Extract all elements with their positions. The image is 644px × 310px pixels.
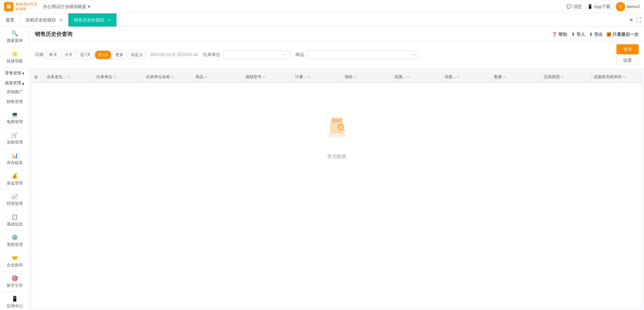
message-icon: 💬 <box>567 4 572 9</box>
partner-label: 往来单位 <box>203 52 220 58</box>
sort-icon-partner-code: ⇅ <box>113 75 116 79</box>
guide-icon: 🎯 <box>11 275 18 281</box>
sidebar-item-search[interactable]: 🔍 搜索菜单 <box>0 27 29 47</box>
sidebar-item-new-guide[interactable]: 🎯 新手引导 <box>0 272 29 292</box>
goods-label: 商品 <box>296 52 304 58</box>
page-header: 销售历史价查询 ❓ 帮助 ⬆ 导入 ⬇ 导出 <box>30 27 644 41</box>
th-discount2[interactable]: 优惠... ⇅ <box>442 71 492 83</box>
th-goods[interactable]: 商品 ⇅ <box>194 71 243 83</box>
sidebar-item-finance[interactable]: 💰 资金管理 <box>0 169 29 190</box>
finance-icon: 💰 <box>11 173 18 179</box>
date-btn-yesterday[interactable]: 昨天 <box>46 51 60 59</box>
enterprise-icon: 🤝 <box>11 255 18 261</box>
th-qty[interactable]: 数量 ⇅ <box>492 71 542 83</box>
message-nav[interactable]: 💬 消息 <box>567 4 582 10</box>
th-unit[interactable]: 计量... ⇅ <box>293 71 342 83</box>
import-button[interactable]: ⬆ 导入 <box>571 32 585 38</box>
top-bar: 畅 畅捷通好生意 标准版 办公用品行业模拟账套 ▾ 💬 消息 📱 App下载 D… <box>0 0 644 13</box>
help-button[interactable]: ❓ 帮助 <box>552 32 567 38</box>
sidebar-item-wholesale[interactable]: 批发管理 ▴ <box>0 78 29 87</box>
tab-home[interactable]: 首页 <box>0 13 20 27</box>
app-download-nav[interactable]: 📱 App下载 <box>587 4 610 10</box>
sort-icon-price: ⇅ <box>354 75 357 79</box>
sidebar-item-marketing[interactable]: 营销推广 <box>0 87 29 97</box>
goods-filter-group: 商品 ··· <box>296 50 419 59</box>
tab-sales[interactable]: 销售历史价跟踪 ✕ <box>68 13 117 27</box>
sidebar-item-enterprise[interactable]: 🤝 企业协同 <box>0 251 29 272</box>
sort-icon-goods: ⇅ <box>205 75 207 79</box>
sidebar-item-basic-info[interactable]: 📋 基础信息 <box>0 210 29 231</box>
th-settings[interactable]: ⚙ <box>32 71 44 83</box>
date-filter-group: 日期 昨天 今天 近7天 近1月 更多 自定义 2023-02-18 至 202… <box>35 51 198 59</box>
user-nav[interactable]: D demo2 <box>616 2 640 11</box>
company-selector[interactable]: 办公用品行业模拟账套 ▾ <box>40 2 93 11</box>
avatar: D <box>616 2 625 11</box>
logo-icon: 畅 <box>4 2 13 11</box>
query-actions: 查询 设置 <box>616 44 639 65</box>
th-biz-date[interactable]: 业务发生... ⇅ <box>44 71 94 83</box>
empty-state: 暂无数据 <box>32 83 641 187</box>
table-settings-icon[interactable]: ⚙ <box>34 75 38 80</box>
page-title-right: ❓ 帮助 ⬆ 导入 ⬇ 导出 只看最后一次 <box>552 32 639 38</box>
sort-icon-pretax-price: ⇅ <box>623 75 626 79</box>
settings-button[interactable]: 设置 <box>616 56 639 65</box>
sort-icon-qty: ⇅ <box>503 75 506 79</box>
goods-dots-icon[interactable]: ··· <box>412 52 416 58</box>
sort-icon-biz-date: ⇅ <box>67 75 70 79</box>
th-pretax-price[interactable]: 优惠前无税单价 ⇅ <box>591 71 641 83</box>
date-btn-1month[interactable]: 近1月 <box>95 51 111 59</box>
tab-purchase[interactable]: 采购历史价跟踪 ✕ <box>20 13 68 27</box>
date-btn-7days[interactable]: 近7天 <box>77 51 94 59</box>
app-icon: 📱 <box>587 4 593 9</box>
sidebar-item-system[interactable]: ⚙️ 系统管理 <box>0 231 29 251</box>
logo-area: 畅 畅捷通好生意 标准版 <box>4 2 38 11</box>
date-btn-custom[interactable]: 自定义 <box>128 51 146 59</box>
date-btn-today[interactable]: 今天 <box>62 51 76 59</box>
th-price[interactable]: 报价 ⇅ <box>343 71 392 83</box>
th-partner-name[interactable]: 往来单位名称 ⇅ <box>144 71 194 83</box>
sidebar-item-app-center[interactable]: 📱 应用中心 <box>0 292 29 310</box>
partner-input-wrapper[interactable]: ··· <box>223 50 290 59</box>
date-range-display: 2023-02-18 至 2023-03-18 <box>150 52 197 58</box>
sort-icon-discount2: ⇅ <box>457 75 460 79</box>
sidebar-item-quick-nav[interactable]: ⭐ 快捷导航 <box>0 47 29 68</box>
th-spec[interactable]: 规格型号 ⇅ <box>243 71 293 83</box>
partner-input[interactable] <box>226 52 281 57</box>
main-layout: 🔍 搜索菜单 ⭐ 快捷导航 零售管理 ▾ 批发管理 ▴ 营销推广 销售管理 💻 … <box>0 27 644 310</box>
tab-maximize-button[interactable]: ⛶ <box>636 17 641 23</box>
chevron-down-icon: ▾ <box>22 71 24 76</box>
sidebar-item-purchase[interactable]: 🛒 采购管理 <box>0 128 29 149</box>
sort-icon-discount1: ⇅ <box>407 75 410 79</box>
sidebar-item-operations[interactable]: 📈 经营管理 <box>0 190 29 210</box>
tab-bar: 首页 采购历史价跟踪 ✕ 销售历史价跟踪 ✕ ✕ ⛶ <box>0 13 644 27</box>
sort-icon-trade-type: ⇅ <box>561 75 564 79</box>
only-last-checkbox-group: 只看最后一次 <box>607 32 639 38</box>
import-icon: ⬆ <box>571 32 575 37</box>
ecommerce-icon: 💻 <box>11 111 18 118</box>
only-last-checkbox[interactable] <box>607 32 611 37</box>
sidebar-item-ecommerce[interactable]: 💻 电商管理 <box>0 108 29 128</box>
partner-dots-icon[interactable]: ··· <box>282 52 287 58</box>
top-bar-right: 💬 消息 📱 App下载 D demo2 <box>567 2 640 11</box>
tab-sales-close[interactable]: ✕ <box>108 18 111 22</box>
table-container: ⚙ 业务发生... ⇅ 往来单位 ⇅ <box>32 71 641 307</box>
th-partner-code[interactable]: 往来单位 ⇅ <box>94 71 144 83</box>
th-trade-type[interactable]: 交易类型 ⇅ <box>542 71 591 83</box>
sidebar-item-inventory[interactable]: 📊 库存核算 <box>0 149 29 169</box>
tab-minimize-button[interactable]: ✕ <box>629 17 633 23</box>
sidebar-item-sales-mgmt[interactable]: 销售管理 <box>0 97 29 107</box>
content-area: 销售历史价查询 ❓ 帮助 ⬆ 导入 ⬇ 导出 <box>30 27 644 310</box>
tab-purchase-close[interactable]: ✕ <box>59 18 63 22</box>
goods-input-wrapper[interactable]: ··· <box>307 50 419 59</box>
sidebar-item-retail[interactable]: 零售管理 ▾ <box>0 68 29 78</box>
chevron-up-icon: ▴ <box>22 81 24 86</box>
sort-icon-partner-name: ⇅ <box>171 75 174 79</box>
purchase-icon: 🛒 <box>11 132 18 138</box>
svg-rect-2 <box>331 118 342 122</box>
query-button[interactable]: 查询 <box>616 44 639 54</box>
export-button[interactable]: ⬇ 导出 <box>589 32 603 38</box>
system-icon: ⚙️ <box>11 234 18 241</box>
goods-input[interactable] <box>310 52 411 57</box>
date-btn-more[interactable]: 更多 <box>112 51 126 59</box>
th-discount1[interactable]: 优惠... ⇅ <box>392 71 442 83</box>
